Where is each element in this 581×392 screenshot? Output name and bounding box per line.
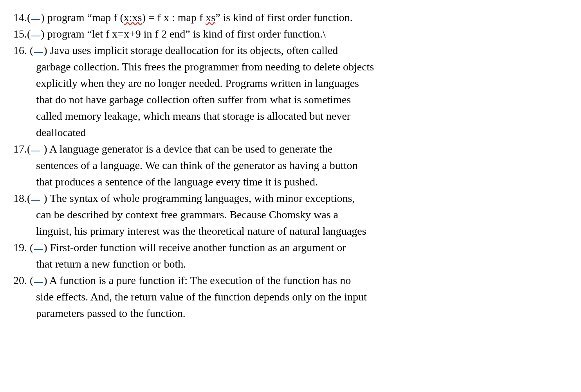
answer-blank[interactable] (31, 200, 40, 201)
question-line: explicitly when they are no longer neede… (36, 75, 568, 92)
question-number: 19. (13, 241, 30, 254)
question-number: 15. (13, 28, 27, 40)
answer-blank[interactable] (31, 19, 40, 20)
question-line: that do not have garbage collection ofte… (36, 92, 568, 108)
answer-blank[interactable] (34, 282, 43, 283)
question-20: 20. () A function is a pure function if:… (13, 272, 568, 322)
question-line: deallocated (36, 124, 568, 141)
question-text-part2: ) = f x : map f (142, 11, 206, 23)
paren-open: ( (30, 274, 33, 286)
question-14: 14.() program “map f (x:xs) = f x : map … (13, 9, 568, 26)
question-19: 19. () First-order function will receive… (13, 239, 568, 272)
question-16: 16. () Java uses implicit storage deallo… (13, 42, 568, 141)
question-15: 15.() program “let f x=x+9 in f 2 end” i… (13, 26, 568, 42)
question-number: 17. (13, 143, 27, 155)
question-text: ) A language generator is a device that … (41, 143, 332, 155)
answer-blank[interactable] (31, 36, 40, 36)
question-number: 16. (13, 44, 30, 56)
spellcheck-text: xs (206, 11, 215, 23)
question-number: 18. (13, 192, 27, 204)
question-line: called memory leakage, which means that … (36, 108, 568, 124)
question-line: parameters passed to the function. (36, 305, 568, 322)
spellcheck-text: x:xs (124, 11, 142, 23)
question-18: 18.( ) The syntax of whole programming l… (13, 190, 568, 239)
question-text: ) First-order function will receive anot… (43, 241, 346, 254)
question-17: 17.( ) A language generator is a device … (13, 141, 568, 190)
answer-blank[interactable] (34, 52, 43, 53)
question-text-part1: ) program “map f ( (41, 11, 123, 23)
question-line: can be described by context free grammar… (36, 207, 568, 223)
question-text: ) Java uses implicit storage deallocatio… (43, 44, 338, 56)
question-text: ) The syntax of whole programming langua… (41, 192, 355, 204)
answer-blank[interactable] (34, 249, 43, 250)
paren-open: ( (30, 241, 33, 254)
paren-open: ( (30, 44, 33, 56)
question-line: side effects. And, the return value of t… (36, 289, 568, 305)
question-number: 14. (13, 11, 27, 23)
question-text: ) program “let f x=x+9 in f 2 end” is ki… (41, 28, 326, 40)
paren-open: ( (27, 11, 31, 23)
question-text-part3: ” is kind of first order function. (215, 11, 353, 23)
question-line: garbage collection. This frees the progr… (36, 59, 568, 75)
question-line: that return a new function or both. (36, 256, 568, 272)
question-line: linguist, his primary interest was the t… (36, 223, 568, 239)
question-text: ) A function is a pure function if: The … (43, 274, 351, 286)
paren-open: ( (27, 143, 31, 155)
answer-blank[interactable] (31, 151, 40, 151)
question-number: 20. (13, 274, 30, 286)
paren-open: ( (27, 192, 31, 204)
paren-open: ( (27, 28, 31, 40)
question-line: sentences of a language. We can think of… (36, 157, 568, 174)
question-line: that produces a sentence of the language… (36, 174, 568, 190)
